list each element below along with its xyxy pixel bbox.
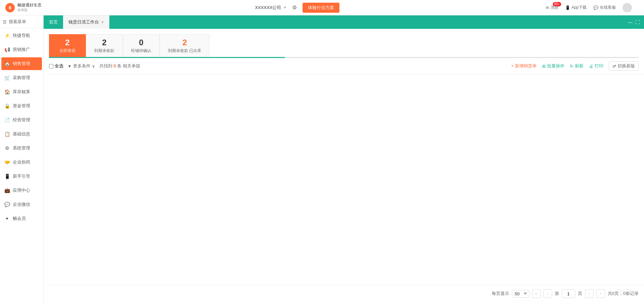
sidebar-item-inventory[interactable]: 🏠 库存核算 <box>0 85 43 99</box>
switch-version-btn[interactable]: ⇄ 切换新版 <box>609 61 639 71</box>
page-number-input[interactable] <box>562 289 575 298</box>
sidebar-item-label: 库存核算 <box>13 89 30 95</box>
batch-icon: ⊞ <box>542 64 546 69</box>
sales-icon: 🏠 <box>4 61 10 67</box>
sidebar-item-sales[interactable]: 🏠 销售管理 <box>1 57 42 70</box>
add-sales-order-btn[interactable]: + 新增销货单 <box>511 63 537 69</box>
sidebar: ☰ 搜索菜单 ⚡ 快捷导航 📢 营销推广 🏠 销售管理 🛒 采购管理 🏠 库存核… <box>0 15 44 302</box>
print-btn[interactable]: 🖨 打印 <box>589 63 603 69</box>
stats-tabs: 2 全部单据 2 到期未收款 0 旺铺待确认 2 到期未收款 已出库 <box>49 34 639 57</box>
company-name: XXXXXX公司 <box>255 5 281 11</box>
sidebar-item-label: 新手引导 <box>13 173 30 179</box>
page-size-label: 每页显示 <box>492 291 509 297</box>
operations-icon: 📄 <box>4 117 10 123</box>
avatar[interactable] <box>623 3 632 12</box>
stat-label-overdue: 到期未收款 <box>94 48 114 54</box>
sidebar-item-member[interactable]: ✦ 畅会员 <box>0 212 43 226</box>
guide-icon: 📱 <box>4 173 10 179</box>
filter-chevron-icon: ∨ <box>92 64 95 69</box>
sidebar-item-label: 基础信息 <box>13 131 30 137</box>
search-icon: ☰ <box>3 19 7 24</box>
logo-area: 6 畅捷通好生意 标准版 <box>5 3 49 13</box>
header-right: ✉ 消息 99+ 📱 App下载 💬 在线客服 <box>546 3 639 12</box>
service-icon: 💬 <box>593 5 598 10</box>
tab-close-icon[interactable]: ✕ <box>101 20 104 24</box>
sidebar-item-marketing[interactable]: 📢 营销推广 <box>0 43 43 57</box>
app-download-btn[interactable]: 📱 App下载 <box>565 5 587 10</box>
sidebar-item-label: 营销推广 <box>13 47 30 53</box>
toolbar-left: 全选 ▼ 更多条件 ∨ 共找到 0 条 相关单据 <box>49 63 140 69</box>
sidebar-item-basic-info[interactable]: 📋 基础信息 <box>0 127 43 141</box>
message-icon: ✉ <box>546 5 549 10</box>
select-all-label: 全选 <box>55 63 63 69</box>
switch-label: 切换新版 <box>618 63 635 69</box>
chevron-down-icon: ▼ <box>283 6 286 9</box>
brand-watermark: OfTEn <box>616 288 637 295</box>
tab-workbench[interactable]: 钱货日清工作台 ✕ <box>63 15 109 29</box>
stat-tab-all[interactable]: 2 全部单据 <box>49 34 86 57</box>
online-service-label: 在线客服 <box>600 5 616 10</box>
page-suffix-label: 页 <box>578 291 582 297</box>
sidebar-item-system[interactable]: ⚙ 系统管理 <box>0 141 43 155</box>
content-inner: 2 全部单据 2 到期未收款 0 旺铺待确认 2 到期未收款 已出库 <box>44 29 644 302</box>
sidebar-search[interactable]: ☰ 搜索菜单 <box>0 15 43 28</box>
sidebar-item-label: 资金管理 <box>13 103 30 109</box>
tab-bar: 首页 钱货日清工作台 ✕ — ⛶ <box>44 15 644 29</box>
sidebar-item-label: 企业协同 <box>13 159 30 165</box>
stat-tab-pending[interactable]: 0 旺铺待确认 <box>123 34 160 57</box>
sidebar-item-app-center[interactable]: 💼 应用中心 <box>0 183 43 197</box>
company-selector[interactable]: XXXXXX公司 ▼ <box>255 5 286 11</box>
sidebar-search-label: 搜索菜单 <box>9 19 26 25</box>
filter-label: 更多条件 <box>73 63 91 69</box>
app-download-label: App下载 <box>572 5 587 10</box>
sidebar-item-quick-nav[interactable]: ⚡ 快捷导航 <box>0 28 43 43</box>
header-center: XXXXXX公司 ▼ ⚙ 体验行业方案 <box>255 3 339 13</box>
refresh-btn[interactable]: ↻ 刷新 <box>570 63 584 69</box>
logo-text-area: 畅捷通好生意 标准版 <box>17 3 42 13</box>
online-service-btn[interactable]: 💬 在线客服 <box>593 5 616 10</box>
batch-label: 批量操作 <box>547 63 565 69</box>
message-btn[interactable]: ✉ 消息 99+ <box>546 5 558 10</box>
next-page-btn[interactable]: › <box>585 289 594 298</box>
pagination-bar: 每页显示 20 50 100 « ‹ 第 页 › » 共0页，0条记录 <box>44 285 644 302</box>
download-icon: 📱 <box>565 5 570 10</box>
sidebar-item-capital[interactable]: 🔒 资金管理 <box>0 99 43 113</box>
inventory-icon: 🏠 <box>4 89 10 95</box>
sidebar-item-label: 采购管理 <box>13 75 30 81</box>
stats-tabs-area: 2 全部单据 2 到期未收款 0 旺铺待确认 2 到期未收款 已出库 <box>44 29 644 58</box>
sidebar-item-purchase[interactable]: 🛒 采购管理 <box>0 71 43 85</box>
app-name: 畅捷通好生意 <box>17 3 42 8</box>
tab-expand-icon[interactable]: ⛶ <box>635 19 640 25</box>
stat-count-all: 2 <box>65 38 69 47</box>
filter-button[interactable]: ▼ 更多条件 ∨ <box>67 63 95 69</box>
app-center-icon: 💼 <box>4 187 10 193</box>
trial-button[interactable]: 体验行业方案 <box>303 3 339 13</box>
sidebar-item-operations[interactable]: 📄 经营管理 <box>0 113 43 127</box>
member-icon: ✦ <box>4 216 10 222</box>
last-page-btn[interactable]: » <box>596 289 605 298</box>
sidebar-item-label: 畅会员 <box>13 216 26 222</box>
stat-count-pending: 0 <box>139 38 143 47</box>
tab-minimize-icon[interactable]: — <box>628 19 633 25</box>
stat-tab-overdue[interactable]: 2 到期未收款 <box>86 34 123 57</box>
sidebar-item-label: 销售管理 <box>13 61 30 67</box>
settings-button[interactable]: ⚙ <box>290 3 299 12</box>
select-all-checkbox[interactable]: 全选 <box>49 63 63 69</box>
switch-icon: ⇄ <box>612 64 616 69</box>
first-page-btn[interactable]: « <box>532 289 541 298</box>
main-content: 2 全部单据 2 到期未收款 0 旺铺待确认 2 到期未收款 已出库 <box>44 29 644 302</box>
stat-tab-overdue-shipped[interactable]: 2 到期未收款 已出库 <box>160 34 210 57</box>
batch-operation-btn[interactable]: ⊞ 批量操作 <box>542 63 565 69</box>
sidebar-item-guide[interactable]: 📱 新手引导 <box>0 169 43 183</box>
sidebar-item-wechat[interactable]: 💬 企业微信 <box>0 197 43 212</box>
tab-home[interactable]: 首页 <box>44 15 63 29</box>
sidebar-item-cooperation[interactable]: 🤝 企业协同 <box>0 155 43 169</box>
toolbar: 全选 ▼ 更多条件 ∨ 共找到 0 条 相关单据 + 新增销货单 ⊞ <box>44 58 644 74</box>
page-size-select[interactable]: 20 50 100 <box>512 290 529 298</box>
prev-page-btn[interactable]: ‹ <box>543 289 552 298</box>
basic-info-icon: 📋 <box>4 131 10 137</box>
capital-icon: 🔒 <box>4 103 10 109</box>
select-all-input[interactable] <box>49 64 53 68</box>
print-icon: 🖨 <box>589 64 593 69</box>
refresh-label: 刷新 <box>575 63 584 69</box>
